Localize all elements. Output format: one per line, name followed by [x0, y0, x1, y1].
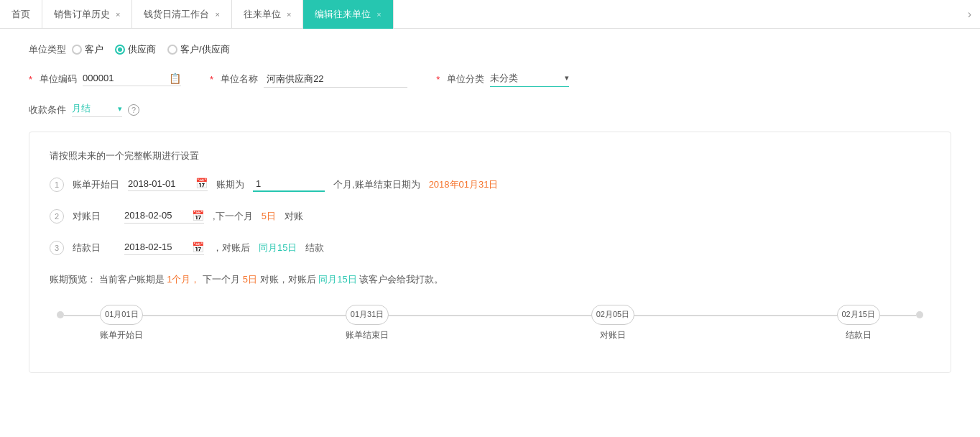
radio-both[interactable]: 客户/供应商 [167, 43, 230, 56]
unit-code-icon[interactable]: 📋 [169, 73, 181, 84]
period-months-input[interactable] [253, 177, 325, 192]
period-row-3: 3 结款日 📅 ，对账后 同月15日 结款 [50, 241, 930, 255]
period-desc-3b: 结款 [305, 242, 324, 254]
payment-arrow: ▾ [118, 104, 122, 114]
tab-cash-workbench[interactable]: 钱货日清工作台 × [132, 0, 231, 29]
timeline-label-1: 账单开始日 [100, 329, 143, 341]
unit-category-arrow: ▾ [565, 73, 569, 83]
calendar-icon-1[interactable]: 📅 [195, 178, 208, 189]
unit-code-field: * 单位编码 📋 [29, 73, 181, 86]
tab-home[interactable]: 首页 [0, 0, 42, 29]
unit-name-input[interactable] [264, 70, 407, 88]
period-date-input-3[interactable] [124, 242, 189, 252]
timeline: 01月01日 账单开始日 01月31日 账单结束日 02月0 [57, 305, 923, 355]
period-card: 请按照未来的一个完整帐期进行设置 1 账单开始日 📅 账期为 个月,账单结束日期… [29, 132, 951, 373]
period-date-1: 📅 [128, 178, 208, 191]
close-cash-workbench[interactable]: × [215, 10, 219, 19]
period-row-num-3: 3 [50, 241, 64, 255]
period-date-input-1[interactable] [128, 178, 193, 189]
period-desc-1b: 个月,账单结束日期为 [333, 178, 420, 191]
unit-name-required: * [210, 74, 213, 85]
period-row-1: 1 账单开始日 📅 账期为 个月,账单结束日期为 2018年01月31日 [50, 177, 930, 192]
main-content: 单位类型 客户 供应商 客户/供应商 * 单位编码 [0, 29, 980, 437]
period-desc-3a: ，对账后 [213, 242, 250, 254]
radio-customer-label: 客户 [85, 43, 103, 56]
calendar-icon-2[interactable]: 📅 [192, 210, 204, 221]
unit-code-label: 单位编码 [40, 73, 77, 86]
period-date-input-2[interactable] [124, 210, 189, 221]
timeline-wrapper: 01月01日 账单开始日 01月31日 账单结束日 02月0 [50, 305, 930, 355]
payment-value: 月结 [72, 102, 115, 115]
unit-type-row: 单位类型 客户 供应商 客户/供应商 [29, 43, 951, 56]
payment-row: 收款条件 月结 ▾ ? [29, 102, 951, 117]
preview-text2: 下一个月 [203, 274, 240, 285]
preview-highlight2: 5日 [243, 274, 257, 285]
timeline-dot-2: 01月31日 [346, 305, 389, 325]
timeline-label-3: 对账日 [600, 329, 626, 341]
period-recon-highlight: 5日 [262, 210, 276, 223]
period-date-2: 📅 [124, 210, 204, 224]
preview-highlight3: 同月15日 [318, 274, 356, 285]
period-desc-2a: ,下一个月 [213, 210, 253, 223]
timeline-dot-3: 02月05日 [591, 305, 634, 325]
unit-category-required: * [436, 74, 440, 85]
period-preview: 账期预览： 当前客户账期是 1个月， 下一个月 5日 对账，对账后 同月15日 … [50, 272, 930, 288]
radio-both-circle [167, 45, 177, 55]
radio-supplier-circle [115, 45, 125, 55]
radio-customer[interactable]: 客户 [72, 43, 103, 56]
unit-category-field: * 单位分类 未分类 ▾ [436, 72, 569, 87]
calendar-icon-3[interactable]: 📅 [192, 242, 204, 253]
tab-sales-history-label: 销售订单历史 [54, 8, 110, 21]
timeline-dot-1: 01月01日 [100, 305, 143, 325]
period-desc-2b: 对账 [285, 210, 303, 223]
preview-text1: 当前客户账期是 [99, 274, 165, 285]
radio-supplier[interactable]: 供应商 [115, 43, 156, 56]
unit-code-required: * [29, 74, 32, 85]
period-row-label-1: 账单开始日 [73, 178, 119, 191]
payment-label: 收款条件 [29, 104, 66, 116]
payment-field: 收款条件 月结 ▾ ? [29, 102, 139, 117]
unit-category-label: 单位分类 [447, 73, 484, 86]
close-edit-partner[interactable]: × [376, 10, 381, 19]
period-row-label-3: 结款日 [73, 242, 116, 254]
timeline-label-2: 账单结束日 [346, 329, 389, 341]
timeline-right-dot [916, 311, 923, 318]
timeline-items: 01月01日 账单开始日 01月31日 账单结束日 02月0 [100, 305, 879, 341]
tab-partners-label: 往来单位 [244, 8, 281, 21]
period-row-2: 2 对账日 📅 ,下一个月 5日 对账 [50, 209, 930, 224]
unit-name-field: * 单位名称 [210, 70, 407, 88]
period-date-3: 📅 [124, 242, 204, 255]
timeline-label-4: 结款日 [846, 329, 872, 341]
tab-home-label: 首页 [11, 8, 30, 21]
close-partners[interactable]: × [287, 10, 291, 19]
tab-cash-workbench-label: 钱货日清工作台 [144, 8, 209, 21]
preview-highlight1: 1个月， [167, 274, 200, 285]
tab-sales-history[interactable]: 销售订单历史 × [42, 0, 132, 29]
payment-help-icon[interactable]: ? [128, 104, 139, 116]
payment-select[interactable]: 月结 ▾ [72, 102, 122, 117]
timeline-item-2: 01月31日 账单结束日 [346, 305, 389, 341]
tab-edit-partner[interactable]: 编辑往来单位 × [303, 0, 393, 29]
preview-label: 账期预览： [50, 274, 96, 285]
period-row-num-2: 2 [50, 209, 64, 224]
timeline-dot-4: 02月15日 [837, 305, 880, 325]
period-instruction: 请按照未来的一个完整帐期进行设置 [50, 150, 930, 162]
tab-more-arrow[interactable]: › [959, 0, 980, 29]
unit-code-input[interactable] [83, 73, 169, 83]
timeline-left-dot [57, 311, 64, 318]
tab-edit-partner-label: 编辑往来单位 [315, 8, 371, 21]
preview-text3: 对账，对账后 [260, 274, 316, 285]
unit-name-label: 单位名称 [221, 73, 258, 86]
period-row-num-1: 1 [50, 178, 64, 192]
timeline-item-3: 02月05日 对账日 [591, 305, 634, 341]
radio-customer-circle [72, 45, 82, 55]
period-settlement-highlight: 同月15日 [259, 242, 297, 254]
radio-group: 客户 供应商 客户/供应商 [72, 43, 230, 56]
unit-type-field: 单位类型 客户 供应商 客户/供应商 [29, 43, 230, 56]
unit-info-row: * 单位编码 📋 * 单位名称 * 单位分类 未分类 ▾ [29, 70, 951, 88]
tab-bar: 首页 销售订单历史 × 钱货日清工作台 × 往来单位 × 编辑往来单位 × › [0, 0, 980, 29]
close-sales-history[interactable]: × [116, 10, 120, 19]
unit-category-dropdown[interactable]: 未分类 ▾ [490, 72, 569, 87]
radio-both-label: 客户/供应商 [180, 43, 230, 56]
tab-partners[interactable]: 往来单位 × [232, 0, 303, 29]
